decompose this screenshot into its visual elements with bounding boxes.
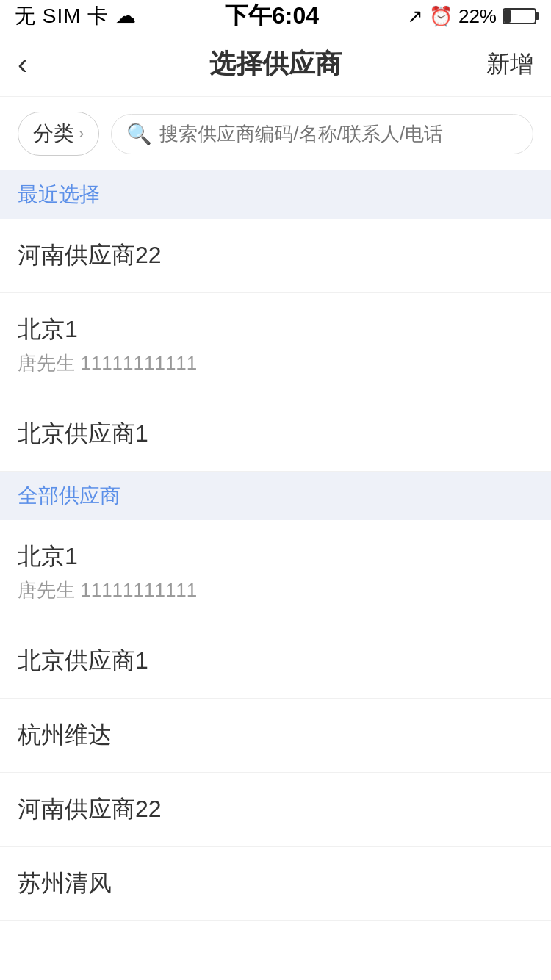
category-button[interactable]: 分类 › — [18, 112, 99, 156]
list-item[interactable]: 苏州清风 — [0, 847, 551, 921]
search-box[interactable]: 🔍 — [111, 114, 533, 154]
item-name: 北京供应商1 — [18, 418, 533, 450]
item-sub: 唐先生 11111111111 — [18, 577, 533, 603]
add-button[interactable]: 新增 — [475, 48, 533, 81]
item-name: 北京1 — [18, 314, 533, 346]
status-network: 无 SIM 卡 ☁ — [15, 2, 137, 30]
status-right: ↗ ⏰ 22% — [407, 5, 536, 28]
battery-percent: 22% — [458, 5, 497, 28]
recent-list: 河南供应商22北京1唐先生 11111111111北京供应商1 — [0, 219, 551, 472]
item-name: 苏州清风 — [18, 868, 533, 900]
item-name: 河南供应商22 — [18, 239, 533, 272]
chevron-right-icon: › — [79, 124, 84, 143]
item-name: 河南供应商22 — [18, 793, 533, 826]
recent-section-label: 最近选择 — [18, 183, 100, 206]
all-section-header: 全部供应商 — [0, 472, 551, 520]
recent-section-header: 最近选择 — [0, 170, 551, 219]
page-title: 选择供应商 — [76, 46, 475, 82]
list-item[interactable]: 北京1唐先生 11111111111 — [0, 520, 551, 624]
item-name: 北京供应商1 — [18, 645, 533, 677]
status-time: 下午6:04 — [225, 0, 319, 32]
list-item[interactable]: 河南供应商22 — [0, 773, 551, 847]
list-item[interactable]: 杭州维达 — [0, 699, 551, 773]
list-item[interactable]: 北京1唐先生 11111111111 — [0, 293, 551, 397]
nav-bar: ‹ 选择供应商 新增 — [0, 32, 551, 97]
back-button[interactable]: ‹ — [18, 48, 76, 81]
category-label: 分类 — [33, 120, 74, 148]
search-icon: 🔍 — [126, 122, 152, 146]
search-input[interactable] — [159, 123, 518, 145]
status-bar: 无 SIM 卡 ☁ 下午6:04 ↗ ⏰ 22% — [0, 0, 551, 32]
alarm-icon: ⏰ — [429, 5, 453, 28]
list-item[interactable]: 北京供应商1 — [0, 624, 551, 699]
battery-icon — [503, 8, 536, 24]
list-item[interactable]: 河南供应商22 — [0, 219, 551, 293]
item-sub: 唐先生 11111111111 — [18, 350, 533, 376]
all-section-label: 全部供应商 — [18, 484, 120, 507]
all-list: 北京1唐先生 11111111111北京供应商1杭州维达河南供应商22苏州清风 — [0, 520, 551, 921]
item-name: 北京1 — [18, 541, 533, 573]
filter-bar: 分类 › 🔍 — [0, 97, 551, 170]
item-name: 杭州维达 — [18, 719, 533, 752]
list-item[interactable]: 北京供应商1 — [0, 397, 551, 472]
location-icon: ↗ — [407, 5, 423, 28]
